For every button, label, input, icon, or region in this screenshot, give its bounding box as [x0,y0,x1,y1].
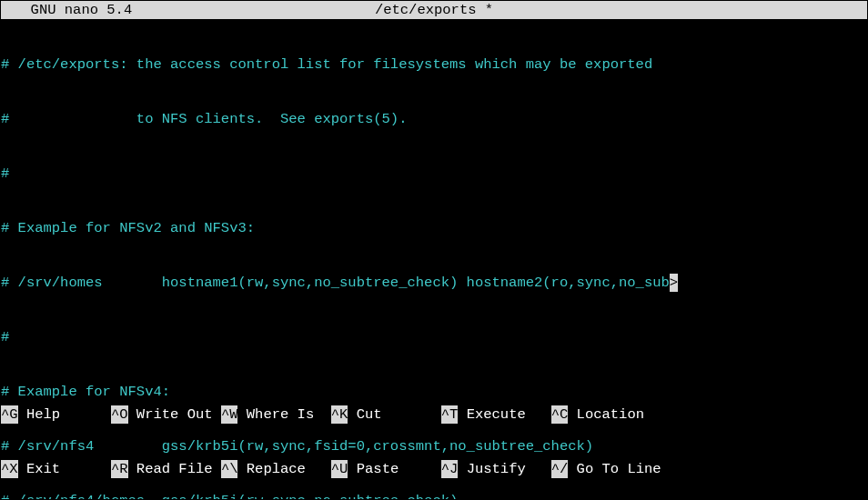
kbd-paste[interactable]: ^U [331,460,348,478]
overflow-marker: > [670,274,678,292]
kbd-help[interactable]: ^G [1,405,18,424]
kbd-whereis[interactable]: ^W [221,405,238,424]
kbd-execute[interactable]: ^T [441,405,459,424]
shortcut-bar: ^G Help ^O Write Out ^W Where Is ^K Cut … [1,369,867,496]
kbd-cut[interactable]: ^K [331,405,348,424]
file-line: # /srv/homes hostname1(rw,sync,no_subtre… [1,274,867,292]
file-line: # to NFS clients. See exports(5). [1,110,867,128]
shortcut-row: ^X Exit ^R Read File ^\ Replace ^U Paste… [1,460,867,478]
title-bar: GNU nano 5.4 /etc/exports * [1,1,867,19]
file-name: /etc/exports * [375,1,493,19]
kbd-replace[interactable]: ^\ [221,460,238,478]
kbd-gotoline[interactable]: ^/ [551,460,569,478]
file-line: # [1,165,867,183]
file-line: # /etc/exports: the access control list … [1,55,867,74]
file-line: # Example for NFSv2 and NFSv3: [1,219,867,237]
kbd-justify[interactable]: ^J [441,460,459,478]
kbd-readfile[interactable]: ^R [111,460,128,478]
file-line: # [1,328,867,346]
app-name: GNU nano 5.4 [1,1,132,19]
shortcut-row: ^G Help ^O Write Out ^W Where Is ^K Cut … [1,405,867,424]
kbd-exit[interactable]: ^X [1,460,18,478]
kbd-writeout[interactable]: ^O [111,405,128,424]
kbd-location[interactable]: ^C [551,405,569,424]
